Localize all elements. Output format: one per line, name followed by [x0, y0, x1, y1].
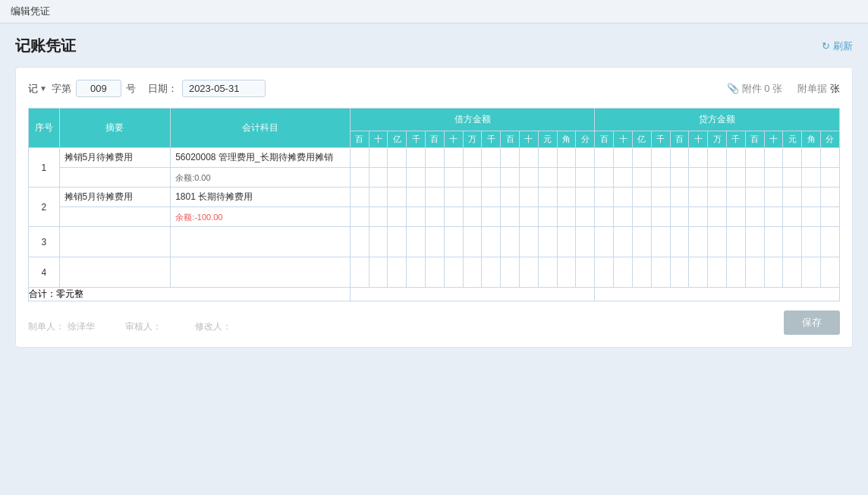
debit-amount-cell[interactable]	[520, 188, 539, 207]
credit-amount-cell[interactable]	[632, 188, 651, 207]
row-account[interactable]	[171, 257, 351, 288]
voucher-type-select[interactable]: 记 ▼	[28, 82, 47, 96]
debit-amount-cell[interactable]	[557, 257, 576, 288]
date-input[interactable]	[182, 80, 266, 97]
attachment-link[interactable]: 📎 附件 0 张	[727, 82, 782, 96]
debit-amount-cell[interactable]	[482, 148, 501, 168]
credit-amount-cell[interactable]	[820, 227, 839, 257]
credit-amount-cell[interactable]	[689, 188, 708, 207]
row-account[interactable]: 1801 长期待摊费用	[171, 188, 351, 207]
debit-amount-cell[interactable]	[350, 227, 369, 257]
credit-amount-cell[interactable]	[632, 257, 651, 288]
debit-amount-cell[interactable]	[407, 148, 426, 168]
credit-amount-cell[interactable]	[670, 227, 689, 257]
credit-amount-cell[interactable]	[726, 257, 745, 288]
debit-amount-cell[interactable]	[463, 257, 482, 288]
credit-amount-cell[interactable]	[708, 188, 727, 207]
credit-amount-cell[interactable]	[708, 257, 727, 288]
credit-amount-cell[interactable]	[764, 257, 783, 288]
debit-amount-cell[interactable]	[444, 148, 463, 168]
debit-amount-cell[interactable]	[369, 188, 388, 207]
credit-amount-cell[interactable]	[764, 148, 783, 168]
debit-amount-cell[interactable]	[538, 148, 557, 168]
credit-amount-cell[interactable]	[820, 257, 839, 288]
debit-amount-cell[interactable]	[407, 227, 426, 257]
row-account[interactable]: 56020008 管理费用_长期待摊费用摊销	[171, 148, 351, 168]
debit-amount-cell[interactable]	[350, 188, 369, 207]
debit-amount-cell[interactable]	[388, 188, 407, 207]
debit-amount-cell[interactable]	[426, 257, 445, 288]
debit-amount-cell[interactable]	[388, 257, 407, 288]
credit-amount-cell[interactable]	[802, 188, 821, 207]
credit-amount-cell[interactable]	[651, 227, 670, 257]
credit-amount-cell[interactable]	[820, 188, 839, 207]
credit-amount-cell[interactable]	[614, 227, 633, 257]
credit-amount-cell[interactable]	[614, 188, 633, 207]
credit-amount-cell[interactable]	[670, 188, 689, 207]
debit-amount-cell[interactable]	[350, 257, 369, 288]
debit-amount-cell[interactable]	[520, 257, 539, 288]
credit-amount-cell[interactable]	[783, 188, 802, 207]
debit-amount-cell[interactable]	[576, 148, 595, 168]
debit-amount-cell[interactable]	[501, 148, 520, 168]
row-summary[interactable]	[59, 227, 171, 257]
credit-amount-cell[interactable]	[745, 227, 764, 257]
debit-amount-cell[interactable]	[426, 148, 445, 168]
row-summary[interactable]: 摊销5月待摊费用	[59, 188, 171, 207]
credit-amount-cell[interactable]	[651, 188, 670, 207]
debit-amount-cell[interactable]	[538, 227, 557, 257]
credit-amount-cell[interactable]	[726, 148, 745, 168]
credit-amount-cell[interactable]	[595, 188, 614, 207]
debit-amount-cell[interactable]	[426, 188, 445, 207]
credit-amount-cell[interactable]	[764, 227, 783, 257]
credit-amount-cell[interactable]	[614, 148, 633, 168]
credit-amount-cell[interactable]	[726, 227, 745, 257]
debit-amount-cell[interactable]	[388, 148, 407, 168]
debit-amount-cell[interactable]	[557, 188, 576, 207]
credit-amount-cell[interactable]	[632, 148, 651, 168]
debit-amount-cell[interactable]	[369, 148, 388, 168]
row-account[interactable]	[171, 227, 351, 257]
credit-amount-cell[interactable]	[670, 148, 689, 168]
debit-amount-cell[interactable]	[426, 227, 445, 257]
debit-amount-cell[interactable]	[501, 227, 520, 257]
debit-amount-cell[interactable]	[463, 188, 482, 207]
debit-amount-cell[interactable]	[482, 188, 501, 207]
debit-amount-cell[interactable]	[444, 257, 463, 288]
debit-amount-cell[interactable]	[501, 188, 520, 207]
refresh-button[interactable]: ↻ 刷新	[822, 39, 853, 53]
debit-amount-cell[interactable]	[538, 257, 557, 288]
credit-amount-cell[interactable]	[689, 257, 708, 288]
credit-amount-cell[interactable]	[595, 227, 614, 257]
debit-amount-cell[interactable]	[407, 257, 426, 288]
row-summary[interactable]: 摊销5月待摊费用	[59, 148, 171, 168]
table-row[interactable]: 4	[29, 257, 840, 288]
debit-amount-cell[interactable]	[557, 227, 576, 257]
debit-amount-cell[interactable]	[501, 257, 520, 288]
credit-amount-cell[interactable]	[708, 227, 727, 257]
credit-amount-cell[interactable]	[764, 188, 783, 207]
debit-amount-cell[interactable]	[388, 227, 407, 257]
credit-amount-cell[interactable]	[802, 257, 821, 288]
debit-amount-cell[interactable]	[407, 188, 426, 207]
debit-amount-cell[interactable]	[520, 148, 539, 168]
credit-amount-cell[interactable]	[783, 257, 802, 288]
credit-amount-cell[interactable]	[689, 227, 708, 257]
debit-amount-cell[interactable]	[576, 257, 595, 288]
debit-amount-cell[interactable]	[482, 227, 501, 257]
credit-amount-cell[interactable]	[651, 257, 670, 288]
credit-amount-cell[interactable]	[708, 148, 727, 168]
credit-amount-cell[interactable]	[595, 148, 614, 168]
credit-amount-cell[interactable]	[802, 227, 821, 257]
debit-amount-cell[interactable]	[576, 227, 595, 257]
debit-amount-cell[interactable]	[482, 257, 501, 288]
table-row[interactable]: 2摊销5月待摊费用1801 长期待摊费用	[29, 188, 840, 207]
credit-amount-cell[interactable]	[614, 257, 633, 288]
debit-amount-cell[interactable]	[557, 148, 576, 168]
credit-amount-cell[interactable]	[783, 227, 802, 257]
credit-amount-cell[interactable]	[802, 148, 821, 168]
credit-amount-cell[interactable]	[745, 257, 764, 288]
credit-amount-cell[interactable]	[820, 148, 839, 168]
table-row[interactable]: 1摊销5月待摊费用56020008 管理费用_长期待摊费用摊销	[29, 148, 840, 168]
debit-amount-cell[interactable]	[350, 148, 369, 168]
